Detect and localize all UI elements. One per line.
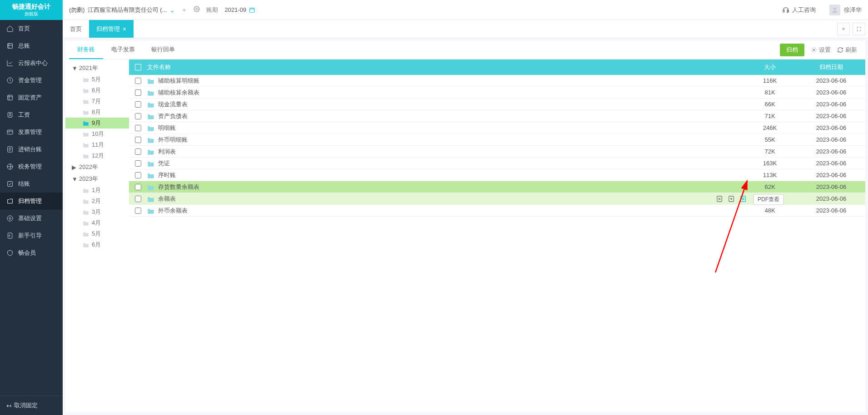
- nav-icon-8: [6, 163, 14, 170]
- tree-month[interactable]: 9月: [65, 118, 129, 128]
- tree-year-2021-label: 2021年: [79, 64, 98, 72]
- tree-month[interactable]: 4月: [65, 217, 129, 228]
- nav-icon-0: [6, 25, 14, 32]
- row-checkbox[interactable]: [135, 113, 141, 119]
- tree-month[interactable]: 12月: [65, 150, 129, 161]
- nav-item-13[interactable]: 畅会员: [0, 244, 63, 262]
- tree-month[interactable]: 7月: [65, 96, 129, 107]
- tab-fullscreen[interactable]: [853, 23, 865, 35]
- nav-item-12[interactable]: 新手引导: [0, 227, 63, 244]
- nav-item-8[interactable]: 税务管理: [0, 158, 63, 175]
- row-checkbox[interactable]: [135, 137, 141, 143]
- row-checkbox[interactable]: [135, 196, 141, 202]
- file-size: 113K: [743, 172, 797, 178]
- tree-month[interactable]: 8月: [65, 107, 129, 118]
- svg-rect-20: [741, 196, 746, 202]
- pdf-download-icon[interactable]: [727, 195, 735, 203]
- file-date: 2023-06-06: [797, 160, 865, 167]
- tree-month[interactable]: 6月: [65, 239, 129, 250]
- row-checkbox[interactable]: [135, 172, 141, 178]
- tree-month[interactable]: 5月: [65, 74, 129, 85]
- select-all-checkbox[interactable]: [135, 64, 141, 70]
- nav-item-3[interactable]: 资金管理: [0, 72, 63, 89]
- folder-icon: [147, 137, 154, 143]
- row-checkbox[interactable]: [135, 160, 141, 167]
- row-checkbox[interactable]: [135, 184, 141, 190]
- tree-month[interactable]: 1月: [65, 185, 129, 196]
- period-picker[interactable]: 2021-09: [224, 6, 255, 13]
- table-row[interactable]: 辅助核算明细账 116K 2023-06-06: [129, 75, 865, 87]
- content-panel: 财务账 电子发票 银行回单 归档 设置 刷新: [65, 41, 865, 412]
- nav-item-11[interactable]: 基础设置: [0, 210, 63, 227]
- file-size: 81K: [743, 89, 797, 96]
- close-icon[interactable]: ×: [123, 25, 126, 33]
- tree-month[interactable]: 5月: [65, 228, 129, 239]
- pdf-view-icon[interactable]: [739, 195, 747, 203]
- folder-icon: [83, 220, 89, 226]
- sidebar-unpin-label: 取消固定: [14, 401, 38, 410]
- tree-month[interactable]: 2月: [65, 196, 129, 207]
- nav-item-label: 税务管理: [18, 163, 42, 171]
- svg-rect-8: [8, 182, 13, 187]
- nav-item-7[interactable]: 进销台账: [0, 141, 63, 158]
- human-consult[interactable]: 人工咨询: [782, 6, 816, 14]
- sidebar-unpin[interactable]: ↤ 取消固定: [0, 395, 63, 415]
- row-checkbox[interactable]: [135, 89, 141, 96]
- subtab-bankreceipt[interactable]: 银行回单: [143, 41, 183, 59]
- table-row[interactable]: 辅助核算余额表 81K 2023-06-06: [129, 87, 865, 99]
- row-checkbox[interactable]: [135, 208, 141, 214]
- folder-icon: [147, 78, 154, 84]
- nav-item-2[interactable]: 云报表中心: [0, 54, 63, 72]
- company-selector[interactable]: (勿删) 江西服宝精品有限责任公司 (... ⌄: [69, 6, 175, 14]
- table-row[interactable]: 余额表 PDF查看 3K 2023-06-06: [129, 193, 865, 205]
- file-date: 2023-06-06: [797, 77, 865, 84]
- tab-home[interactable]: 首页: [63, 20, 89, 38]
- subtab-bankreceipt-label: 银行回单: [151, 46, 175, 53]
- tree-month[interactable]: 10月: [65, 128, 129, 139]
- tree-year-2023[interactable]: ▼2023年: [65, 173, 129, 185]
- row-checkbox[interactable]: [135, 101, 141, 108]
- table-row[interactable]: 明细账 246K 2023-06-06: [129, 122, 865, 134]
- table-row[interactable]: 资产负债表 71K 2023-06-06: [129, 110, 865, 122]
- nav-icon-7: [6, 146, 14, 153]
- tree-month[interactable]: 11月: [65, 139, 129, 150]
- settings-link[interactable]: 设置: [811, 46, 831, 54]
- table-row[interactable]: 外币明细账 55K 2023-06-06: [129, 134, 865, 146]
- tab-close-all[interactable]: ×: [837, 23, 850, 35]
- subtab-finance[interactable]: 财务账: [69, 41, 103, 59]
- archive-button[interactable]: 归档: [780, 44, 804, 56]
- tree-month[interactable]: 6月: [65, 85, 129, 96]
- table-row[interactable]: 外币余额表 48K 2023-06-06: [129, 205, 865, 217]
- gear-icon[interactable]: [193, 6, 200, 14]
- table-row[interactable]: 现金流量表 66K 2023-06-06: [129, 99, 865, 110]
- nav-icon-6: [6, 128, 14, 136]
- nav-item-10[interactable]: 归档管理: [0, 193, 63, 210]
- tab-archive[interactable]: 归档管理 ×: [89, 20, 134, 38]
- excel-download-icon[interactable]: [715, 195, 724, 203]
- col-header-size: 大小: [764, 64, 776, 70]
- nav-item-9[interactable]: 结账: [0, 175, 63, 193]
- table-row[interactable]: 凭证 163K 2023-06-06: [129, 158, 865, 169]
- nav-item-6[interactable]: 发票管理: [0, 124, 63, 141]
- calendar-icon: [249, 7, 255, 13]
- nav-item-1[interactable]: 总账: [0, 37, 63, 54]
- table-row[interactable]: 序时账 113K 2023-06-06: [129, 169, 865, 181]
- nav-icon-4: [6, 94, 14, 101]
- table-row[interactable]: 存货数量余额表 62K 2023-06-06: [129, 181, 865, 193]
- row-checkbox[interactable]: [135, 148, 141, 155]
- nav-item-5[interactable]: 工资: [0, 106, 63, 124]
- tree-month[interactable]: 3月: [65, 207, 129, 217]
- user-menu[interactable]: 徐泽华: [829, 5, 862, 15]
- tree-year-2022-label: 2022年: [79, 163, 98, 171]
- folder-icon: [83, 188, 89, 193]
- tree-year-2022[interactable]: ▶2022年: [65, 161, 129, 173]
- refresh-link[interactable]: 刷新: [837, 46, 857, 54]
- nav-item-0[interactable]: 首页: [0, 20, 63, 37]
- row-checkbox[interactable]: [135, 78, 141, 84]
- nav-item-4[interactable]: 固定资产: [0, 89, 63, 106]
- table-row[interactable]: 利润表 72K 2023-06-06: [129, 146, 865, 158]
- row-checkbox[interactable]: [135, 125, 141, 131]
- add-icon[interactable]: ＋: [181, 6, 187, 14]
- subtab-einvoice[interactable]: 电子发票: [103, 41, 143, 59]
- tree-year-2021[interactable]: ▼2021年: [65, 62, 129, 74]
